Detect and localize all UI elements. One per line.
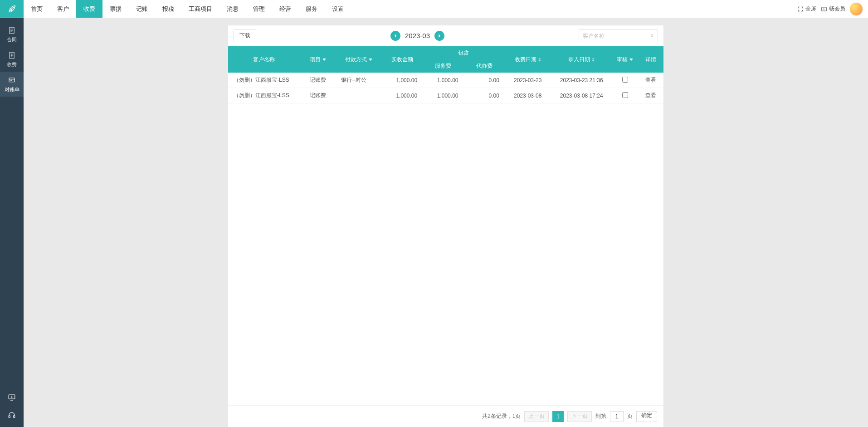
svg-rect-5 — [9, 416, 10, 418]
play-box-icon — [821, 6, 827, 12]
nav-item-5[interactable]: 报税 — [155, 0, 181, 18]
page-1-button[interactable]: 1 — [552, 411, 564, 422]
col-entry-date-label: 录入日期 — [568, 56, 590, 64]
cell-detail: 查看 — [638, 73, 663, 88]
sidebar: 合同收费对账单 — [0, 18, 24, 427]
prev-period-button[interactable] — [390, 31, 400, 41]
view-detail-link[interactable]: 查看 — [645, 92, 656, 98]
prev-page-button[interactable]: 上一页 — [524, 411, 549, 422]
current-period: 2023-03 — [405, 32, 430, 39]
nav-item-11[interactable]: 设置 — [325, 0, 351, 18]
cell-service-fee: 1,000.00 — [423, 88, 463, 103]
download-button[interactable]: 下载 — [234, 29, 256, 42]
next-period-button[interactable] — [434, 31, 444, 41]
statement-panel: 下载 2023-03 — [228, 25, 663, 427]
col-service-fee: 服务费 — [435, 63, 451, 69]
sidebar-item-label: 收费 — [7, 61, 17, 68]
cell-audit — [612, 88, 638, 103]
period-navigator: 2023-03 — [390, 31, 444, 41]
cell-customer: （勿删）江西服宝-LSS — [228, 88, 300, 103]
contract-icon — [8, 26, 16, 34]
goto-suffix: 页 — [627, 412, 633, 420]
svg-rect-6 — [14, 416, 15, 418]
caret-down-icon — [369, 59, 372, 61]
cell-actual-amount: 1,000.00 — [382, 88, 423, 103]
member-button[interactable]: 畅会员 — [821, 5, 845, 13]
nav-item-4[interactable]: 记账 — [129, 0, 155, 18]
fullscreen-button[interactable]: 全屏 — [797, 5, 816, 13]
cell-agency-fee: 0.00 — [463, 73, 504, 88]
headset-icon — [8, 411, 16, 419]
sort-icon — [592, 58, 595, 62]
cell-entry-date: 2023-03-08 17:24 — [551, 88, 612, 103]
download-client-button[interactable] — [8, 393, 16, 403]
col-project-header[interactable]: 项目 — [300, 46, 336, 73]
cell-entry-date: 2023-03-23 21:36 — [551, 73, 612, 88]
col-customer: 客户名称 — [253, 56, 275, 64]
goto-prefix: 到第 — [595, 412, 606, 420]
nav-item-6[interactable]: 工商项目 — [181, 0, 219, 18]
fullscreen-label: 全屏 — [805, 5, 816, 13]
nav-item-8[interactable]: 管理 — [246, 0, 272, 18]
top-nav: 首页客户收费票据记账报税工商项目消息管理经营服务设置 全屏 畅会员 — [0, 0, 868, 18]
nav-item-7[interactable]: 消息 — [219, 0, 246, 18]
next-page-button[interactable]: 下一页 — [567, 411, 592, 422]
sidebar-item-收费[interactable]: 收费 — [0, 47, 24, 72]
cell-service-fee: 1,000.00 — [423, 73, 463, 88]
sidebar-item-label: 对账单 — [5, 86, 20, 93]
cell-audit — [612, 73, 638, 88]
col-paymethod-header[interactable]: 付款方式 — [336, 46, 382, 73]
col-agency-fee: 代办费 — [476, 63, 493, 69]
cell-agency-fee: 0.00 — [463, 88, 504, 103]
col-entry-date-header[interactable]: 录入日期 — [551, 46, 612, 73]
feather-logo-icon — [7, 4, 17, 14]
col-charge-date-label: 收费日期 — [515, 56, 536, 64]
cell-project: 记账费 — [300, 73, 336, 88]
sidebar-item-label: 合同 — [7, 36, 17, 43]
chevron-right-icon — [437, 34, 442, 38]
cell-detail: 查看 — [638, 88, 663, 103]
col-audit-header[interactable]: 审核 — [612, 46, 638, 73]
audit-checkbox[interactable] — [622, 92, 628, 98]
table-row: （勿删）江西服宝-LSS记账费1,000.001,000.000.002023-… — [228, 88, 663, 103]
svg-rect-3 — [9, 78, 15, 82]
cell-project: 记账费 — [300, 88, 336, 103]
nav-item-10[interactable]: 服务 — [298, 0, 325, 18]
caret-down-icon — [322, 59, 326, 61]
monitor-download-icon — [8, 393, 16, 402]
cell-charge-date: 2023-03-08 — [505, 88, 551, 103]
fees-icon — [8, 51, 16, 59]
cell-paymethod — [336, 88, 382, 103]
member-label: 畅会员 — [829, 5, 845, 13]
nav-item-2[interactable]: 收费 — [76, 0, 102, 18]
avatar[interactable] — [850, 3, 863, 15]
support-button[interactable] — [8, 411, 16, 421]
sort-icon — [538, 58, 541, 62]
nav-item-0[interactable]: 首页 — [24, 0, 50, 18]
cell-customer: （勿删）江西服宝-LSS — [228, 73, 300, 88]
sidebar-item-对账单[interactable]: 对账单 — [0, 72, 24, 97]
cell-actual-amount: 1,000.00 — [382, 73, 423, 88]
view-detail-link[interactable]: 查看 — [645, 77, 656, 83]
caret-down-icon — [629, 59, 633, 61]
logo[interactable] — [0, 0, 24, 18]
cell-paymethod: 银行--对公 — [336, 73, 382, 88]
search-input[interactable] — [583, 33, 651, 39]
col-include-group: 包含 — [458, 49, 469, 57]
goto-page-input[interactable] — [610, 411, 624, 422]
fullscreen-icon — [797, 6, 804, 12]
nav-item-1[interactable]: 客户 — [50, 0, 76, 18]
goto-confirm-button[interactable]: 确定 — [636, 411, 657, 422]
sidebar-item-合同[interactable]: 合同 — [0, 22, 24, 47]
customer-search[interactable] — [579, 29, 658, 42]
statement-icon — [8, 76, 16, 84]
pagination: 共2条记录，1页 上一页 1 下一页 到第 页 确定 — [228, 405, 663, 427]
chevron-left-icon — [393, 34, 398, 38]
col-charge-date-header[interactable]: 收费日期 — [505, 46, 551, 73]
nav-item-9[interactable]: 经营 — [272, 0, 298, 18]
cell-charge-date: 2023-03-23 — [505, 73, 551, 88]
audit-checkbox[interactable] — [622, 77, 628, 83]
col-actual-amount: 实收金额 — [391, 56, 413, 64]
table-row: （勿删）江西服宝-LSS记账费银行--对公1,000.001,000.000.0… — [228, 73, 663, 88]
nav-item-3[interactable]: 票据 — [102, 0, 129, 18]
